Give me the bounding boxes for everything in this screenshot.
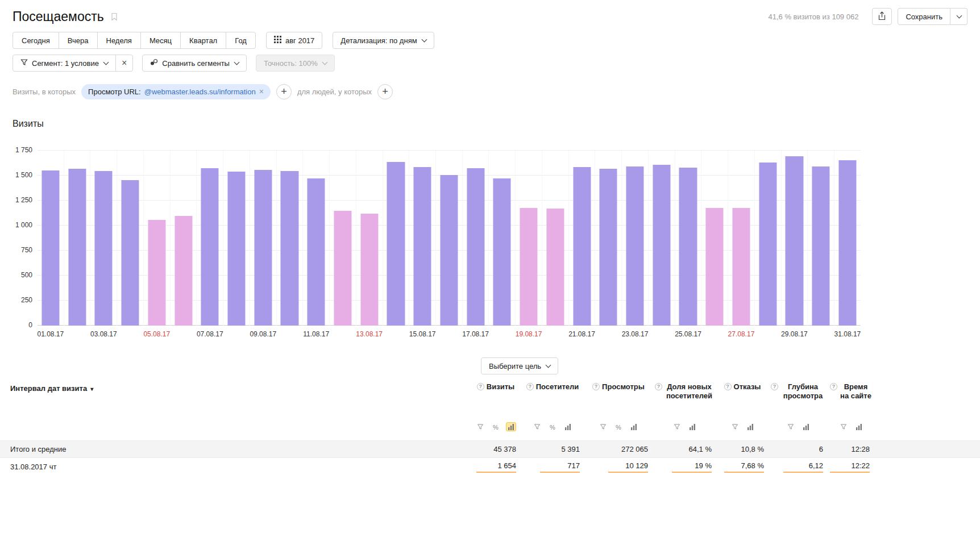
visits-bar[interactable]	[41, 170, 59, 326]
date-preset-button[interactable]: Неделя	[97, 32, 141, 49]
bars-icon[interactable]	[854, 422, 864, 431]
bars-icon[interactable]	[563, 422, 573, 431]
funnel-icon	[20, 59, 28, 68]
detalization-dropdown[interactable]: Детализация: по дням	[333, 32, 434, 49]
url-filter-chip[interactable]: Просмотр URL: @webmaster.leads.su/inform…	[81, 84, 271, 99]
accuracy-dropdown[interactable]: Точность: 100%	[256, 55, 335, 72]
bars-icon[interactable]	[687, 422, 697, 431]
chart-bar-slot	[701, 151, 728, 326]
visits-bar[interactable]	[201, 168, 219, 326]
date-preset-button[interactable]: Квартал	[180, 32, 226, 49]
help-icon[interactable]	[655, 383, 662, 390]
visits-bar[interactable]	[732, 208, 750, 326]
visits-bar[interactable]	[493, 178, 511, 326]
visits-chart: 02505007501 0001 2501 5001 750 01.08.170…	[0, 151, 980, 326]
visits-bar[interactable]	[68, 169, 86, 326]
x-axis-label: 07.08.17	[197, 330, 223, 338]
visits-bar[interactable]	[308, 178, 325, 326]
metric-header[interactable]: Доля новых посетителей	[655, 382, 714, 401]
visits-bar[interactable]	[122, 180, 139, 326]
visits-bar[interactable]	[95, 171, 113, 326]
help-icon[interactable]	[771, 383, 778, 390]
percent-icon[interactable]	[547, 422, 558, 431]
help-icon[interactable]	[477, 383, 484, 390]
help-icon[interactable]	[830, 383, 837, 390]
date-preset-button[interactable]: Год	[226, 32, 256, 49]
bookmark-icon[interactable]	[111, 13, 118, 21]
filter-icon[interactable]	[598, 422, 608, 431]
percent-icon[interactable]	[613, 422, 624, 431]
visits-bar[interactable]	[254, 170, 272, 326]
segment-clear-button[interactable]	[115, 55, 133, 72]
chip-url-value[interactable]: @webmaster.leads.su/information	[144, 88, 256, 96]
visits-bar[interactable]	[546, 209, 564, 326]
visits-bar[interactable]	[520, 208, 538, 326]
visits-bar[interactable]	[148, 220, 165, 326]
goal-select-button[interactable]: Выберите цель	[481, 357, 558, 374]
export-button[interactable]	[872, 8, 892, 25]
visits-bar[interactable]	[786, 156, 803, 326]
visits-bar[interactable]	[175, 216, 192, 326]
visits-bar[interactable]	[706, 208, 724, 326]
calendar-period-button[interactable]: авг 2017	[266, 32, 322, 49]
dates-column-header[interactable]: Интервал дат визита	[0, 382, 471, 393]
metric-column: Доля новых посетителей	[653, 382, 716, 431]
visits-bar[interactable]	[440, 175, 458, 326]
chart-bar-slot: 15.08.17	[409, 151, 435, 326]
segment-dropdown[interactable]: Сегмент: 1 условие	[13, 55, 116, 72]
filter-icon[interactable]	[672, 422, 682, 431]
metric-header[interactable]: Посетители	[526, 382, 579, 392]
bars-icon[interactable]	[506, 422, 516, 431]
visits-bar[interactable]	[838, 160, 856, 326]
metric-header[interactable]: Визиты	[477, 382, 514, 392]
help-icon[interactable]	[724, 383, 732, 390]
percent-icon[interactable]	[491, 422, 501, 431]
visits-bar[interactable]	[334, 211, 351, 326]
metric-header[interactable]: Глубина просмотра	[771, 382, 825, 401]
chart-bar-slot: 23.08.17	[621, 151, 648, 326]
calendar-grid-icon	[274, 36, 281, 45]
compare-segments-button[interactable]: Сравнить сегменты	[142, 55, 247, 72]
visits-bar[interactable]	[573, 167, 591, 326]
save-button[interactable]: Сохранить	[898, 8, 950, 25]
filter-icon[interactable]	[838, 422, 849, 431]
visits-bar[interactable]	[414, 167, 431, 326]
date-preset-button[interactable]: Месяц	[140, 32, 181, 49]
metric-header[interactable]: Время на сайте	[830, 382, 872, 401]
visits-bar[interactable]	[626, 166, 643, 326]
date-preset-button[interactable]: Сегодня	[13, 32, 59, 49]
visits-bar[interactable]	[812, 166, 830, 326]
metric-header[interactable]: Просмотры	[592, 382, 645, 392]
filter-icon[interactable]	[532, 422, 542, 431]
filter-icon[interactable]	[786, 422, 796, 431]
y-axis-label: 750	[21, 246, 32, 254]
visits-bar[interactable]	[679, 168, 697, 326]
bars-icon[interactable]	[745, 422, 755, 431]
visits-bar[interactable]	[467, 168, 484, 326]
visits-bar[interactable]	[653, 165, 670, 326]
row-label[interactable]: 31.08.2017 чт	[0, 463, 471, 471]
help-icon[interactable]	[592, 383, 600, 390]
metric-label: Отказы	[734, 382, 761, 392]
filter-icon[interactable]	[475, 422, 485, 431]
metric-header[interactable]: Отказы	[724, 382, 761, 392]
add-people-condition-button[interactable]	[377, 84, 393, 99]
metric-value: 64,1 %	[653, 445, 716, 453]
bars-icon[interactable]	[801, 422, 811, 431]
save-dropdown-button[interactable]	[950, 8, 967, 25]
add-visit-condition-button[interactable]	[276, 84, 292, 99]
bars-icon[interactable]	[629, 422, 639, 431]
filter-icon[interactable]	[730, 422, 740, 431]
date-preset-button[interactable]: Вчера	[59, 32, 98, 49]
visits-bar[interactable]	[600, 169, 617, 326]
visits-bar[interactable]	[759, 163, 776, 326]
help-icon[interactable]	[526, 383, 534, 390]
x-axis-label: 11.08.17	[303, 330, 329, 338]
row-label[interactable]: Итого и средние	[0, 445, 471, 453]
chart-bar-slot: 05.08.17	[143, 151, 170, 326]
visits-bar[interactable]	[227, 172, 245, 326]
visits-bar[interactable]	[360, 214, 378, 326]
visits-bar[interactable]	[387, 162, 405, 326]
chip-remove-icon[interactable]	[259, 88, 264, 96]
visits-bar[interactable]	[281, 171, 298, 326]
